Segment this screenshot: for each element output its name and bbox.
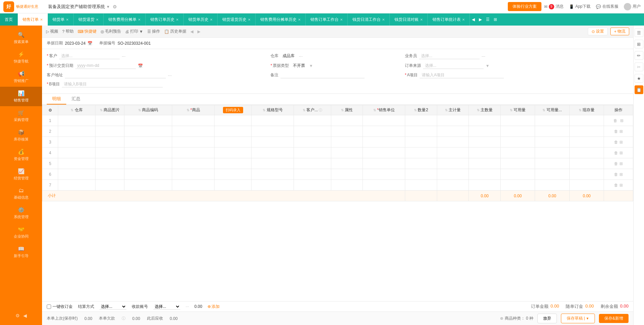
sidebar-item-purchase[interactable]: 🛒 采购管理 — [0, 106, 42, 126]
row-img[interactable] — [95, 115, 124, 126]
row-warehouse[interactable] — [58, 115, 95, 126]
copy-icon[interactable]: ⊞ — [619, 129, 623, 134]
payment-select[interactable]: 选择... — [100, 304, 126, 310]
th-attr[interactable]: ⇅ 属性 — [331, 105, 363, 115]
address-dots[interactable]: ··· — [168, 73, 172, 78]
tab-stats[interactable]: 销售订单统计表 ✕ — [428, 13, 470, 26]
right-panel-icon-4[interactable]: ✂ — [635, 63, 643, 71]
delete-icon[interactable]: 🗑 — [614, 140, 618, 145]
right-panel-icon-6[interactable]: 📋 — [635, 85, 643, 94]
row-ops[interactable]: 🗑⊞ — [604, 158, 633, 169]
delete-icon[interactable]: 🗑 — [614, 151, 618, 155]
order-source-input[interactable] — [423, 63, 484, 69]
row-avail2[interactable] — [535, 126, 569, 137]
add-row-button[interactable]: + 物流 — [610, 28, 629, 35]
th-code[interactable]: ⇅ 商品编码 — [124, 105, 172, 115]
tab-next-arrow[interactable]: ▶ — [477, 13, 484, 26]
one-click-checkbox[interactable] — [47, 304, 51, 309]
right-panel-icon-2[interactable]: ⊞ — [635, 40, 643, 48]
row-img[interactable] — [95, 126, 124, 137]
sidebar-item-system[interactable]: ⚙️ 系统管理 — [0, 203, 42, 223]
settings-icon[interactable]: ⚙ — [113, 4, 117, 9]
invoice-dropdown-icon[interactable]: ▼ — [309, 64, 313, 68]
tab-workbench[interactable]: 销售订单工作台 ✕ — [306, 13, 348, 26]
sidebar-item-marketing[interactable]: 📢 营销推广 — [0, 67, 42, 87]
sidebar-item-finance[interactable]: 💰 资金管理 — [0, 145, 42, 165]
toolbar-shortcut[interactable]: ⌨ 快捷键 — [78, 29, 97, 34]
delete-icon[interactable]: 🗑 — [614, 172, 618, 177]
toolbar-video[interactable]: ▷ 视频 — [46, 29, 58, 34]
address-input[interactable] — [65, 72, 166, 78]
tab-sales-bill[interactable]: 销货单 ✕ — [48, 13, 74, 26]
tab-expand-icon[interactable]: ⊞ — [492, 13, 499, 26]
toolbar-history[interactable]: 📋 历史单据 — [164, 29, 186, 34]
tab-fee-history[interactable]: 销售费用分摊单历史 ✕ — [256, 13, 306, 26]
tab-close-return-history[interactable]: ✕ — [248, 18, 251, 22]
save-new-button[interactable]: 保存&新增 — [599, 314, 629, 323]
row-mainqty[interactable] — [469, 115, 501, 126]
th-spec[interactable]: ⇅ 规格型号 — [252, 105, 294, 115]
copy-icon[interactable]: ⊞ — [619, 151, 623, 155]
toolbar-nav-next[interactable]: ▶ — [197, 29, 200, 34]
right-panel-icon-1[interactable]: ☰ — [635, 28, 643, 37]
help-icon-debt[interactable]: ⓘ — [122, 316, 125, 321]
row-mainqty[interactable] — [469, 126, 501, 137]
row-product[interactable] — [172, 126, 215, 137]
tab-close-sales-fee[interactable]: ✕ — [138, 18, 141, 22]
th-mainqty[interactable]: ⇅ 主数量 — [469, 105, 501, 115]
row-ops[interactable]: 🗑⊞ — [604, 169, 633, 180]
tab-sales-fee[interactable]: 销售费用分摊单 ✕ — [104, 13, 146, 26]
row-warehouse[interactable] — [58, 126, 95, 137]
settings-button[interactable]: ⊙ ⊙ 设置 设置 — [588, 28, 608, 35]
right-panel-icon-5[interactable]: ★ — [635, 74, 643, 83]
toolbar-nav-prev[interactable]: ◀ — [190, 29, 193, 34]
row-product[interactable] — [172, 115, 215, 126]
tab-close-sales-return[interactable]: ✕ — [96, 18, 99, 22]
save-draft-arrow[interactable]: ▼ — [584, 317, 589, 320]
row-scan[interactable] — [215, 115, 252, 126]
sidebar-item-sales[interactable]: 📊 销售管理 — [0, 87, 42, 106]
row-qty2[interactable] — [405, 126, 437, 137]
toolbar-profit[interactable]: ◎ 毛利预告 — [101, 29, 121, 34]
sidebar-item-enterprise[interactable]: 🤝 企业协同 — [0, 223, 42, 242]
tab-close-daily-workbench[interactable]: ✕ — [382, 18, 385, 22]
delivery-calendar-icon[interactable]: 📅 — [138, 64, 143, 68]
row-stock[interactable] — [569, 115, 604, 126]
row-mainunit[interactable] — [437, 126, 469, 137]
tab-order-history[interactable]: 销售订单历史 ✕ — [146, 13, 184, 26]
delete-icon[interactable]: 🗑 — [614, 129, 618, 134]
row-customer[interactable] — [294, 126, 331, 137]
tab-close-bill-history[interactable]: ✕ — [210, 18, 213, 22]
right-panel-icon-3[interactable]: ✏ — [635, 51, 643, 60]
add-button[interactable]: ⊕ 添加 — [207, 304, 220, 310]
row-attr[interactable] — [331, 126, 363, 137]
tab-sales-order[interactable]: 销售订单 ✕ — [18, 13, 48, 26]
row-qty2[interactable] — [405, 115, 437, 126]
tab-home[interactable]: 首页 — [0, 13, 18, 26]
delete-icon[interactable]: 🗑 — [614, 183, 618, 188]
row-spec[interactable] — [252, 126, 294, 137]
row-avail2[interactable] — [535, 115, 569, 126]
message-item[interactable]: ✉ 9 消息 — [544, 4, 564, 9]
copy-icon[interactable]: ⊞ — [620, 118, 623, 123]
th-product[interactable]: ⇅ *商品 — [172, 105, 215, 115]
customer-dots[interactable]: ··· — [122, 53, 126, 59]
th-avail2[interactable]: ⇅ 可用量... — [535, 105, 569, 115]
tab-menu-icon[interactable]: ☰ — [484, 13, 492, 26]
customer-input[interactable] — [59, 53, 120, 59]
delete-icon[interactable]: 🗑 — [613, 118, 617, 123]
delivery-input[interactable] — [75, 63, 136, 69]
row-ops[interactable]: 🗑⊞ — [604, 180, 633, 191]
sidebar-item-guide[interactable]: 📖 新手引导 — [0, 242, 42, 262]
sidebar-settings-icon[interactable]: ⚙ — [15, 313, 20, 318]
th-warehouse[interactable]: ⇅ 仓库 — [58, 105, 95, 115]
search-circle-icon[interactable]: ⊙ — [500, 316, 503, 321]
row-ops[interactable]: 🗑⊞ — [604, 148, 633, 158]
row-avail[interactable] — [501, 115, 535, 126]
sidebar-item-inventory[interactable]: 📦 库存核算 — [0, 126, 42, 145]
order-source-dropdown-icon[interactable]: ▼ — [486, 64, 490, 68]
row-code[interactable] — [124, 115, 172, 126]
th-img[interactable]: ⇅ 商品图片 — [95, 105, 124, 115]
save-draft-button[interactable]: 保存草稿 ▼ — [561, 314, 595, 323]
tab-sales-return[interactable]: 销货退货 ✕ — [74, 13, 104, 26]
